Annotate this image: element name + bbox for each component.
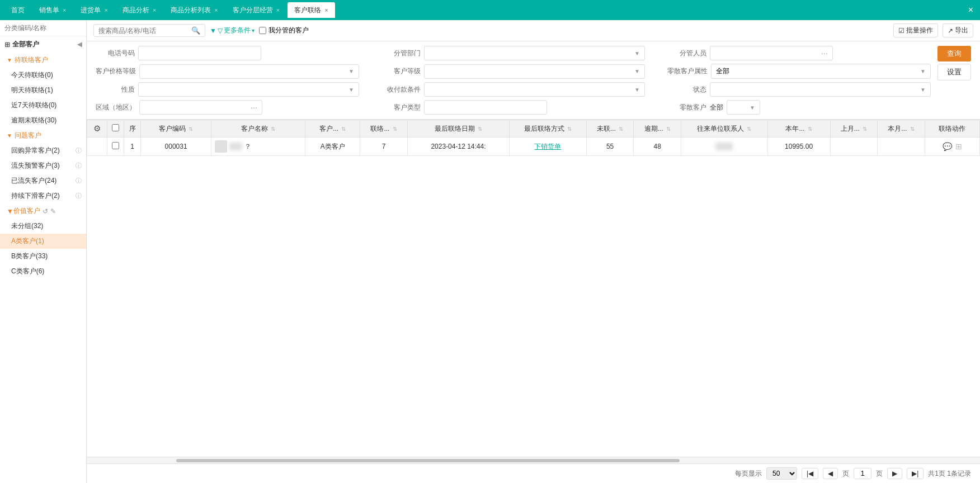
th-this-month[interactable]: 本月... ⇅ [878,120,925,138]
next-page-button[interactable]: ▶ [887,468,902,479]
close-contact-tab[interactable]: × [324,7,328,13]
export-button[interactable]: ↗ 导出 [943,23,973,37]
close-analysis-list-tab[interactable]: × [214,7,218,13]
close-sales-tab[interactable]: × [63,7,66,13]
sort-this-month-icon: ⇅ [910,126,915,132]
gear-settings-icon[interactable]: ⚙ [93,124,101,133]
page-number-input[interactable] [854,468,871,479]
row-checkbox[interactable] [112,142,119,149]
status-field: 状态 ▼ [667,82,931,97]
th-last-month[interactable]: 上月... ⇅ [830,120,878,138]
my-customers-checkbox[interactable] [259,27,266,34]
sidebar-search-input[interactable] [4,24,87,32]
sidebar-item-a-class[interactable]: A类客户(1) [0,234,86,249]
th-contact[interactable]: 联络... ⇅ [360,120,408,138]
nav-tab-analysis-list[interactable]: 商品分析列表 × [164,2,224,18]
price-level-select[interactable]: ▼ [139,64,359,79]
sidebar-item-today[interactable]: 今天待联络(0) [0,68,86,83]
td-last-method[interactable]: 下销货单 [510,138,587,156]
nav-tab-customer-contact[interactable]: 客户联络 × [288,2,334,18]
sidebar-item-churned[interactable]: 已流失客户(24) ⓘ [0,173,86,188]
page-label-prefix: 页 [842,469,849,479]
manager-dots-icon[interactable]: ··· [821,49,828,58]
last-page-button[interactable]: ▶| [907,468,924,479]
problem-group-header[interactable]: ▼ 问题客户 [0,128,86,143]
scrollbar-thumb[interactable] [176,459,680,462]
sidebar-item-ungroup[interactable]: 未分组(32) [0,219,86,234]
my-customers-checkbox-label[interactable]: 我分管的客户 [259,26,309,35]
customer-type-input[interactable] [424,100,547,115]
region-input[interactable]: ··· [139,100,262,115]
nav-tab-home[interactable]: 首页 [4,2,31,18]
dept-select[interactable]: ▼ [424,46,645,60]
close-segment-tab[interactable]: × [276,7,280,13]
customer-level-select[interactable]: ▼ [424,64,645,79]
nav-tab-purchase[interactable]: 进货单 × [74,2,114,18]
value-group-header[interactable]: ▼ 价值客户 ↺ ✎ [0,203,86,219]
main-layout: 🔍 ⊞ 全部客户 ◀ ▼ 待联络客户 今天待联络(0) 明天待联络(1) 近7天… [0,20,980,483]
region-field: 区域（地区） ··· [96,100,359,115]
value-refresh-icon[interactable]: ↺ [43,207,48,215]
retail-attr-select[interactable]: 全部▼ [711,64,931,79]
filter-search-icon[interactable]: 🔍 [191,26,200,35]
customer-type-field: 客户类型 [381,100,645,115]
more-conditions-button[interactable]: ▼ ▽ 更多条件 ▾ [210,26,255,35]
th-uncontacted[interactable]: 未联... ⇅ [586,120,634,138]
nav-tab-customer-segment[interactable]: 客户分层经营 × [226,2,286,18]
manager-input[interactable]: ··· [710,46,833,60]
pending-group-header[interactable]: ▼ 待联络客户 [0,53,86,68]
th-code[interactable]: 客户编码 ⇅ [141,120,211,138]
last-method-link[interactable]: 下销货单 [534,143,561,150]
retail-customer-label: 零散客户 [667,103,706,112]
status-select[interactable]: ▼ [710,82,931,97]
table-scroll[interactable]: ⚙ 序 客户编码 ⇅ 客户名称 [87,120,980,457]
prev-page-button[interactable]: ◀ [823,468,838,479]
horizontal-scrollbar[interactable] [87,457,980,463]
td-level: A类客户 [305,138,360,156]
sidebar-item-declining[interactable]: 持续下滑客户(2) ⓘ [0,188,86,203]
nav-tab-analysis[interactable]: 商品分析 × [116,2,163,18]
query-button[interactable]: 查询 [937,46,971,61]
th-unit-contacts[interactable]: 往来单位联系人 ⇅ [681,120,767,138]
th-overdue[interactable]: 逾期... ⇅ [634,120,681,138]
qr-action-icon[interactable]: ⊞ [955,142,962,151]
th-level[interactable]: 客户... ⇅ [305,120,360,138]
td-contacts: RE . [681,138,767,156]
nature-select[interactable]: ▼ [138,82,359,97]
payment-select[interactable]: ▼ [424,82,645,97]
sidebar-item-repurchase-anomaly[interactable]: 回购异常客户(2) ⓘ [0,143,86,158]
all-customers-header[interactable]: ⊞ 全部客户 ◀ [0,36,86,53]
sidebar-item-7days[interactable]: 近7天待联络(0) [0,98,86,113]
collapse-icon: ◀ [77,41,82,48]
manager-label: 分管人员 [667,49,706,58]
problem-tri-icon: ▼ [7,132,12,139]
filter-row-3: 性质 ▼ 收付款条件 ▼ [96,82,931,97]
th-name[interactable]: 客户名称 ⇅ [211,120,305,138]
close-all-button[interactable]: × [966,3,976,17]
sidebar-item-churn-warning[interactable]: 流失预警客户(3) ⓘ [0,158,86,173]
close-purchase-tab[interactable]: × [104,7,107,13]
th-last-method[interactable]: 最后联络方式 ⇅ [510,120,587,138]
retail-customer-select[interactable]: ▼ [727,100,760,115]
dept-arrow: ▼ [634,50,640,56]
filter-search-input[interactable] [98,27,191,35]
nav-tab-sales[interactable]: 销售单 × [32,2,73,18]
sidebar-item-c-class[interactable]: C类客户(6) [0,264,86,279]
phone-input[interactable] [138,46,261,60]
sidebar-item-tomorrow[interactable]: 明天待联络(1) [0,83,86,98]
value-edit-icon[interactable]: ✎ [50,207,56,215]
select-all-checkbox[interactable] [112,124,119,131]
th-this-year[interactable]: 本年... ⇅ [767,120,830,138]
batch-operation-button[interactable]: ☑ 批量操作 [893,23,938,37]
sidebar-item-b-class[interactable]: B类客户(33) [0,249,86,264]
sort-date-icon: ⇅ [478,126,482,132]
message-action-icon[interactable]: 💬 [943,142,952,151]
first-page-button[interactable]: |◀ [802,468,818,479]
th-last-date[interactable]: 最后联络日期 ⇅ [407,120,509,138]
setting-button[interactable]: 设置 [937,64,971,80]
per-page-select[interactable]: 50 100 200 [766,467,797,480]
close-analysis-tab[interactable]: × [153,7,156,13]
filter-search-box: 🔍 [93,24,205,37]
region-dots-icon[interactable]: ··· [251,103,257,112]
sidebar-item-overdue[interactable]: 逾期未联络(30) [0,113,86,128]
